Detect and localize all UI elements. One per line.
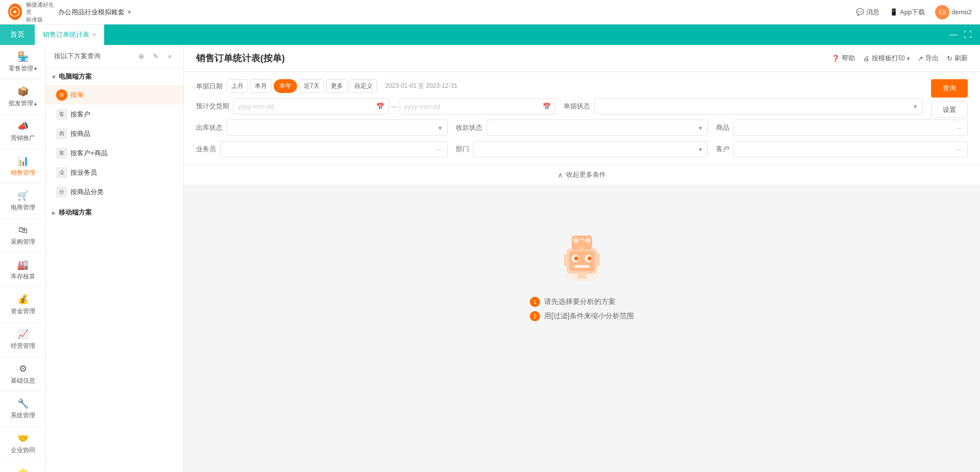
basic-icon: ⚙ (0, 363, 45, 374)
dept-select[interactable]: ▾ (473, 141, 707, 157)
svg-point-7 (587, 256, 592, 261)
tree-item-by-customer[interactable]: 客 按客户 (46, 105, 183, 124)
settings-btn[interactable]: 设置 (931, 102, 968, 118)
help-icon: ❓ (831, 55, 840, 62)
dept-chevron: ▾ (699, 146, 702, 153)
svg-rect-15 (578, 273, 582, 279)
sidebar-item-system[interactable]: 🔧 系统管理 (0, 392, 45, 427)
tab-close-icon[interactable]: × (92, 31, 96, 38)
message-btn[interactable]: 💬 消息 (856, 8, 879, 17)
sidebar-item-inventory[interactable]: 🏭 库存核算 (0, 253, 45, 288)
section-arrow-icon: ▾ (52, 73, 56, 81)
message-icon: 💬 (856, 8, 864, 16)
tree-item-by-salesman[interactable]: 业 按业务员 (46, 163, 183, 182)
sidebar: 🏪 零售管理▾ 📦 批发管理▴ 📣 营销推广 📊 销售管理 🛒 电商管理 🛍 采… (0, 45, 46, 472)
dept-field: 部门 ▾ (456, 141, 707, 157)
sidebar-item-ecommerce[interactable]: 🛒 电商管理 (0, 184, 45, 219)
sidebar-item-cooperation[interactable]: 🤝 企业协同 (0, 427, 45, 461)
goods-select[interactable]: ··· (733, 120, 968, 136)
edit-icon: ✎ (153, 52, 159, 60)
title-dropdown-icon[interactable]: ▾ (128, 8, 131, 16)
bill-status-chevron: ▾ (914, 103, 917, 110)
collapse-conditions-btn[interactable]: ∧ 收起更多条件 (184, 164, 980, 184)
app-icon: 📱 (890, 8, 898, 16)
date-btn-this-year[interactable]: 本年 (274, 79, 297, 93)
sidebar-item-ecommerce-label: 电商管理 (0, 203, 45, 212)
sidebar-item-cooperation-label: 企业协同 (0, 446, 45, 455)
tab-bar: 首页 销售订单统计表 × — ⛶ (0, 25, 980, 45)
order-icon: 按 (56, 89, 67, 101)
topbar-right: 💬 消息 📱 App下载 Ea demo2 (856, 5, 972, 19)
export-btn[interactable]: ↗ 导出 (918, 54, 939, 63)
tree-item-by-goods[interactable]: 商 按商品 (46, 124, 183, 144)
date-filter-row: 单据日期 上月 本月 本年 近7天 更多 自定义 2023-01-01 至 20… (196, 79, 923, 93)
page-title: 销售订单统计表(按单) (196, 52, 285, 72)
sidebar-item-retail[interactable]: 🏪 零售管理▾ (0, 45, 45, 80)
sales-icon: 📊 (0, 155, 45, 167)
tree-item-by-customer-goods[interactable]: 客 按客户+商品 (46, 144, 183, 163)
filter-fields-row3: 业务员 ··· 部门 ▾ 客户 (184, 141, 980, 164)
tab-minimize-icon[interactable]: — (949, 30, 958, 39)
app-download-btn[interactable]: 📱 App下载 (890, 8, 925, 17)
sidebar-item-purchase[interactable]: 🛍 采购管理 (0, 219, 45, 253)
payment-status-label: 收款状态 (456, 123, 482, 132)
salesman-field: 业务员 ··· (196, 141, 448, 157)
add-scheme-btn[interactable]: ⊕ (136, 51, 146, 61)
sidebar-item-newuser[interactable]: 🌟 新手引导 (0, 461, 45, 472)
out-status-label: 出库状态 (196, 123, 223, 132)
sidebar-item-sales-label: 销售管理 (0, 169, 45, 177)
date-btn-this-month[interactable]: 本月 (250, 79, 272, 93)
svg-rect-10 (596, 253, 600, 266)
payment-status-select[interactable]: ▾ (486, 120, 707, 136)
sidebar-item-basic[interactable]: ⚙ 基础信息 (0, 357, 45, 392)
user-area[interactable]: Ea demo2 (935, 5, 972, 19)
sidebar-item-finance[interactable]: 💰 资金管理 (0, 288, 45, 322)
bill-status-label: 单据状态 (564, 102, 590, 111)
refresh-btn[interactable]: ↻ 刷新 (947, 54, 968, 63)
left-panel-header: 按以下方案查询 ⊕ ✎ « (46, 45, 183, 68)
end-date-input[interactable]: yyyy-mm-dd 📅 (400, 98, 555, 114)
sidebar-item-sales[interactable]: 📊 销售管理 (0, 149, 45, 184)
date-range-separator: — (391, 103, 398, 110)
out-status-select[interactable]: ▾ (227, 120, 448, 136)
svg-point-13 (573, 238, 578, 243)
tree-item-by-category[interactable]: 分 按商品分类 (46, 182, 183, 202)
date-range-input: yyyy-mm-dd 📅 — yyyy-mm-dd 📅 (233, 98, 555, 114)
print-btn[interactable]: 🖨 按模板打印 ▾ (863, 54, 910, 63)
filter-fields-row2: 出库状态 ▾ 收款状态 ▾ (184, 120, 980, 141)
tabbar-right: — ⛶ (949, 30, 980, 39)
date-quick-filter: 上月 本月 本年 近7天 更多 自定义 (227, 79, 377, 93)
tab-active[interactable]: 销售订单统计表 × (35, 25, 104, 45)
goods-label: 商品 (716, 123, 729, 132)
empty-steps: 1 请先选择要分析的方案 2 用[过滤]条件来缩小分析范围 (530, 297, 634, 325)
tree-item-by-order[interactable]: 按 按单 (46, 85, 183, 105)
tab-expand-icon[interactable]: ⛶ (964, 30, 972, 39)
sidebar-item-marketing[interactable]: 📣 营销推广 (0, 114, 45, 149)
title-area: 办公用品行业模拟账套 ▾ (58, 8, 131, 17)
tab-home[interactable]: 首页 (0, 25, 35, 45)
svg-rect-9 (564, 253, 568, 266)
right-panel: 销售订单统计表(按单) ❓ 帮助 🖨 按模板打印 ▾ ↗ 导出 (184, 45, 980, 472)
tree-section-mobile[interactable]: ▸ 移动端方案 (46, 204, 183, 221)
bill-status-select[interactable]: ▾ (594, 98, 923, 114)
edit-scheme-btn[interactable]: ✎ (151, 51, 161, 61)
date-btn-custom[interactable]: 自定义 (350, 79, 377, 93)
date-btn-more[interactable]: 更多 (326, 79, 348, 93)
date-btn-last-month[interactable]: 上月 (227, 79, 248, 93)
start-date-input[interactable]: yyyy-mm-dd 📅 (233, 98, 389, 114)
sidebar-item-wholesale[interactable]: 📦 批发管理▴ (0, 80, 45, 114)
salesman-select[interactable]: ··· (220, 141, 448, 157)
collapse-icon: « (168, 52, 172, 60)
page-header-actions: ❓ 帮助 🖨 按模板打印 ▾ ↗ 导出 ↻ 刷新 (831, 54, 968, 70)
sidebar-item-inventory-label: 库存核算 (0, 272, 45, 281)
help-btn[interactable]: ❓ 帮助 (831, 54, 855, 63)
customer-select[interactable]: ··· (733, 141, 968, 157)
date-btn-7days[interactable]: 近7天 (299, 79, 324, 93)
tree-section-pc[interactable]: ▾ 电脑端方案 (46, 68, 183, 85)
marketing-icon: 📣 (0, 121, 45, 132)
logo-text: 畅捷通好生意 标准版 (26, 1, 54, 23)
sidebar-item-business[interactable]: 📈 经营管理 (0, 322, 45, 357)
collapse-panel-btn[interactable]: « (165, 51, 175, 61)
query-btn[interactable]: 查询 (931, 79, 968, 98)
customer-field: 客户 ··· (716, 141, 968, 157)
